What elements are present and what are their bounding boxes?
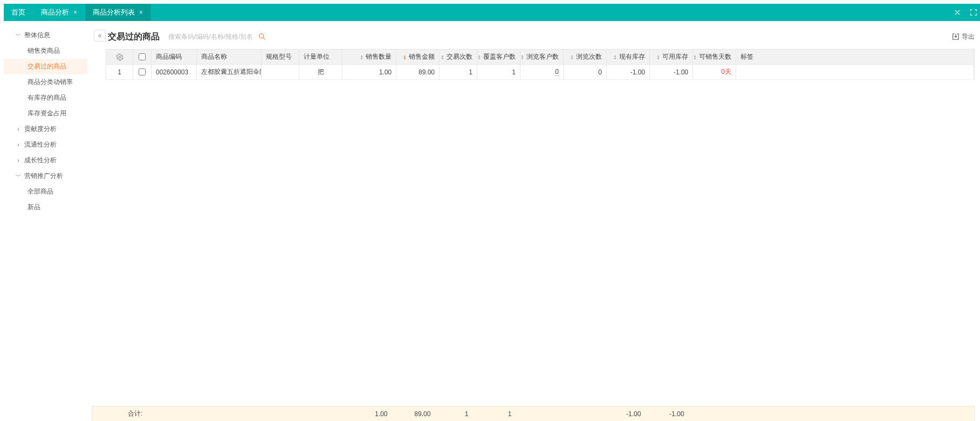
th-settings[interactable] bbox=[106, 50, 133, 64]
svg-point-2 bbox=[259, 34, 264, 38]
th-browse-customers[interactable]: ▲▼浏览客户数 bbox=[520, 50, 564, 64]
chevron-right-icon: › bbox=[15, 157, 22, 163]
sort-icon: ▲▼ bbox=[613, 54, 617, 60]
th-amount[interactable]: ▲▼销售金额 bbox=[396, 50, 440, 64]
sidebar-item-new-products[interactable]: 新品 bbox=[4, 199, 87, 215]
sidebar-group-contribution[interactable]: › 贡献度分析 bbox=[4, 121, 87, 137]
search-wrap bbox=[167, 31, 266, 43]
sort-icon: ▲▼ bbox=[441, 54, 444, 60]
sidebar-group-marketing[interactable]: ﹀ 营销推广分析 bbox=[4, 168, 87, 184]
sidebar-item-stock-products[interactable]: 有库存的商品 bbox=[4, 90, 87, 106]
sidebar-group-liquidity[interactable]: › 流通性分析 bbox=[4, 137, 87, 153]
select-all-checkbox[interactable] bbox=[139, 53, 146, 60]
footer-customers: 1 bbox=[472, 406, 516, 421]
cell-stock: -1.00 bbox=[607, 65, 650, 79]
th-trades[interactable]: ▲▼交易次数 bbox=[440, 50, 477, 64]
close-icon[interactable]: × bbox=[73, 9, 77, 16]
cell-code: 002600003 bbox=[152, 65, 197, 79]
footer-browse-times bbox=[559, 406, 602, 421]
sort-icon: ▲▼ bbox=[360, 54, 364, 60]
cell-unit: 把 bbox=[299, 65, 342, 79]
th-avail[interactable]: ▲▼可用库存 bbox=[650, 50, 693, 64]
footer-avail: -1.00 bbox=[645, 406, 688, 421]
sidebar-group-label: 整体信息 bbox=[24, 31, 50, 40]
th-code[interactable]: 商品编码 bbox=[152, 50, 197, 64]
sidebar-group-label: 成长性分析 bbox=[24, 156, 57, 165]
cell-trades: 1 bbox=[440, 65, 477, 79]
data-table: 商品编码 商品名称 规格型号 计量单位 ▲▼销售数量 ▲▼销售金额 ▲▼交易次数… bbox=[106, 49, 975, 80]
sort-icon: ▲▼ bbox=[693, 54, 697, 60]
tab-product-analysis-list[interactable]: 商品分析列表 × bbox=[85, 4, 151, 21]
export-icon bbox=[952, 33, 960, 40]
tab-home[interactable]: 首页 bbox=[4, 4, 33, 21]
sidebar: ﹀ 整体信息 销售类商品 交易过的商品 商品分类动销率 有库存的商品 库存资金占… bbox=[4, 21, 87, 421]
tabs-bar: 首页 商品分析 × 商品分析列表 × bbox=[4, 4, 980, 21]
sidebar-item-stock-funds[interactable]: 库存资金占用 bbox=[4, 106, 87, 121]
th-tags[interactable]: 标签 bbox=[736, 50, 974, 64]
export-label: 导出 bbox=[962, 32, 975, 42]
cell-checkbox[interactable] bbox=[133, 65, 152, 79]
th-spec[interactable]: 规格型号 bbox=[262, 50, 299, 64]
tabs-right-controls bbox=[953, 4, 978, 21]
th-qty[interactable]: ▲▼销售数量 bbox=[342, 50, 396, 64]
sidebar-item-all-products[interactable]: 全部商品 bbox=[4, 184, 87, 199]
cell-browse-times: 0 bbox=[564, 65, 607, 79]
tab-label: 商品分析列表 bbox=[93, 8, 135, 17]
footer-qty: 1.00 bbox=[338, 406, 392, 421]
cell-browse-customers[interactable]: 0 bbox=[520, 65, 564, 79]
cell-tags bbox=[736, 65, 974, 79]
sidebar-group-overview[interactable]: ﹀ 整体信息 bbox=[4, 27, 87, 43]
chevron-right-icon: › bbox=[15, 142, 22, 148]
search-input[interactable] bbox=[167, 31, 253, 43]
gear-icon bbox=[111, 53, 128, 61]
sidebar-group-label: 营销推广分析 bbox=[24, 171, 63, 181]
th-days[interactable]: ▲▼可销售天数 bbox=[693, 50, 736, 64]
th-checkbox[interactable] bbox=[133, 50, 152, 64]
sort-icon: ▲▼ bbox=[477, 54, 481, 60]
fullscreen-icon[interactable] bbox=[969, 8, 978, 17]
sort-icon: ▲▼ bbox=[656, 54, 660, 60]
th-name[interactable]: 商品名称 bbox=[197, 50, 262, 64]
row-checkbox[interactable] bbox=[139, 68, 146, 75]
table-header: 商品编码 商品名称 规格型号 计量单位 ▲▼销售数量 ▲▼销售金额 ▲▼交易次数… bbox=[106, 50, 974, 65]
table-row[interactable]: 1 002600003 左都胶囊五折遮阳伞防晒伞; 把 1.00 89.00 1… bbox=[106, 65, 974, 80]
search-icon[interactable] bbox=[258, 32, 266, 41]
th-browse-times[interactable]: ▲▼浏览次数 bbox=[564, 50, 607, 64]
tab-product-analysis[interactable]: 商品分析 × bbox=[33, 4, 85, 21]
footer-trades: 1 bbox=[435, 406, 472, 421]
cell-qty: 1.00 bbox=[342, 65, 396, 79]
sidebar-item-traded-products[interactable]: 交易过的商品 bbox=[4, 59, 87, 74]
table-footer-totals: 合计: 1.00 89.00 1 1 -1.00 -1.00 bbox=[92, 406, 975, 421]
footer-browse-customers bbox=[516, 406, 559, 421]
cell-days: 0天 bbox=[693, 65, 736, 79]
export-button[interactable]: 导出 bbox=[952, 32, 975, 42]
th-unit[interactable]: 计量单位 bbox=[299, 50, 342, 64]
table-body: 1 002600003 左都胶囊五折遮阳伞防晒伞; 把 1.00 89.00 1… bbox=[106, 65, 974, 80]
footer-label: 合计: bbox=[119, 406, 147, 421]
close-all-icon[interactable] bbox=[953, 8, 962, 17]
app-body: ﹀ 整体信息 销售类商品 交易过的商品 商品分类动销率 有库存的商品 库存资金占… bbox=[4, 21, 980, 421]
top-gap bbox=[0, 0, 980, 4]
th-customers[interactable]: ▲▼覆盖客户数 bbox=[477, 50, 520, 64]
svg-point-5 bbox=[119, 56, 121, 58]
chevron-down-icon: ﹀ bbox=[15, 32, 22, 39]
tab-label: 商品分析 bbox=[41, 8, 69, 17]
close-icon[interactable]: × bbox=[139, 9, 143, 16]
header-row: 交易过的商品 导出 bbox=[106, 29, 975, 45]
sidebar-group-label: 流通性分析 bbox=[24, 140, 57, 149]
footer-days bbox=[688, 406, 731, 421]
cell-browse-customers-link[interactable]: 0 bbox=[555, 68, 559, 76]
cell-spec bbox=[262, 65, 299, 79]
sidebar-item-category-rate[interactable]: 商品分类动销率 bbox=[4, 74, 87, 90]
sidebar-group-growth[interactable]: › 成长性分析 bbox=[4, 153, 87, 168]
cell-amount: 89.00 bbox=[396, 65, 440, 79]
collapse-sidebar-button[interactable]: « bbox=[94, 30, 106, 42]
footer-stock: -1.00 bbox=[602, 406, 645, 421]
th-stock[interactable]: ▲▼现有库存 bbox=[607, 50, 650, 64]
svg-line-3 bbox=[263, 38, 265, 39]
sidebar-item-sales-products[interactable]: 销售类商品 bbox=[4, 43, 87, 59]
cell-avail: -1.00 bbox=[650, 65, 693, 79]
sidebar-group-label: 贡献度分析 bbox=[24, 125, 57, 134]
main-content: « 交易过的商品 导出 bbox=[87, 21, 980, 421]
sort-icon: ▲▼ bbox=[403, 54, 407, 60]
